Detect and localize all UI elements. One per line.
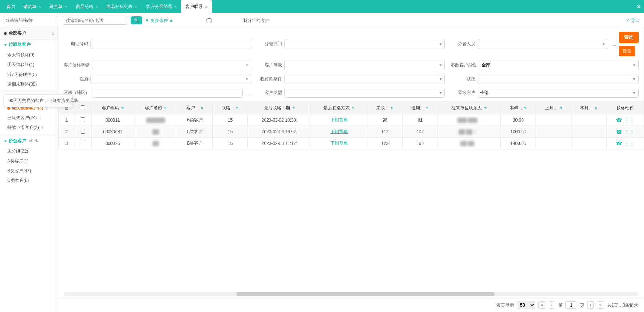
export-button[interactable]: ↗ 导出 [626, 17, 640, 24]
tab-customer-contact[interactable]: 客户联系 × [181, 0, 212, 13]
next-page-button[interactable]: › [587, 301, 594, 309]
last-page-button[interactable]: » [597, 301, 604, 309]
tab-home[interactable]: 首页 [3, 0, 19, 13]
per-page-select[interactable]: 50 100 200 [517, 301, 535, 309]
filter-select-customer-type[interactable]: ▼ [284, 88, 445, 98]
cell-last-method-1[interactable]: 下销货单 [311, 126, 367, 138]
filter-label-retail-attr: 零散客户属性 [451, 62, 477, 68]
sidebar-section-pending[interactable]: ▼ 待联络客户 [0, 40, 58, 50]
table-header-this-year[interactable]: 本年... ⇅ [500, 102, 536, 114]
cell-checkbox-2[interactable] [75, 138, 91, 149]
row-checkbox-2[interactable] [81, 141, 85, 145]
sidebar-item-classC[interactable]: C类客户(6) [0, 176, 58, 186]
more-conditions-button[interactable]: ▼ 更多条件 ▲ [145, 17, 173, 24]
action-contact-icon-0[interactable]: ☎ [616, 117, 622, 123]
sidebar-item-today[interactable]: 今天待联络(0) [0, 50, 58, 60]
sidebar-item-classB[interactable]: B类客户(33) [0, 166, 58, 176]
horizontal-scrollbar[interactable] [64, 292, 638, 296]
table-header-last-contact-method[interactable]: 最后联络方式 ⇅ [311, 102, 367, 114]
table-header-overdue-days[interactable]: 逾期... ⇅ [402, 102, 438, 114]
action-menu-icon-2[interactable]: ⋮⋮ [624, 141, 635, 146]
table-header-contact-count-label: 联络... [222, 105, 234, 110]
tab-purchase[interactable]: 进货单 × [45, 0, 71, 13]
sort-arrow-code: ⇅ [121, 106, 124, 110]
filter-select-customer-tier[interactable]: ▼ [284, 60, 445, 70]
settings-button[interactable]: 设置 [619, 46, 635, 56]
table-header-name[interactable]: 客户名称 ⇅ [134, 102, 177, 114]
filter-dots-person[interactable]: … [612, 41, 617, 47]
cell-checkbox-0[interactable] [75, 114, 91, 126]
action-menu-icon-1[interactable]: ⋮⋮ [624, 129, 635, 135]
my-customers-checkbox-label[interactable]: 我分管的客户 [176, 17, 269, 24]
sidebar-collapse-icon[interactable]: « [51, 31, 54, 36]
tab-goods-analysis-list-close[interactable]: × [135, 4, 137, 9]
sidebar-search-input[interactable] [3, 16, 58, 24]
filter-select-retail-attr[interactable]: 全部 ▼ [479, 60, 639, 70]
table-header-contacts[interactable]: 往来单位联系人 ⇅ [438, 102, 501, 114]
table-header-last-contact-date[interactable]: 最后联络日期 ⇅ [248, 102, 311, 114]
my-customers-checkbox[interactable] [176, 18, 242, 23]
tab-purchase-close[interactable]: × [65, 4, 67, 9]
tab-sales[interactable]: 销货单 × [19, 0, 45, 13]
horizontal-scrollbar-thumb[interactable] [236, 292, 495, 296]
sidebar-item-7days[interactable]: 近7天待联络(0) [0, 70, 58, 80]
sidebar-item-tomorrow[interactable]: 明天待联络(1) [0, 60, 58, 70]
tab-customer-tier-label: 客户分层经营 [146, 4, 172, 10]
filter-input-region[interactable] [92, 88, 243, 98]
filter-select-price-tier[interactable]: ▼ [92, 60, 251, 70]
tab-sales-close[interactable]: × [39, 4, 41, 9]
sidebar-all-customers[interactable]: ⊞ 全部客户 « [0, 27, 58, 40]
refresh-icon[interactable]: ↺ [29, 139, 33, 144]
sidebar-section-value[interactable]: ▼ 价值客户 ↺ ✎ [0, 136, 58, 146]
tab-customer-contact-close[interactable]: × [205, 4, 207, 9]
action-menu-icon-0[interactable]: ⋮⋮ [624, 117, 635, 123]
tab-goods-analysis[interactable]: 商品分析 × [72, 0, 102, 13]
filter-select-person[interactable]: ▼ [478, 39, 608, 49]
prev-page-button[interactable]: ‹ [549, 301, 555, 309]
sidebar-item-overdue[interactable]: 逾期未联络(30) [0, 80, 58, 89]
table-header-type[interactable]: 客户... ⇅ [177, 102, 213, 114]
sidebar-item-classA[interactable]: A类客户(1) [0, 156, 58, 166]
cell-last-method-2[interactable]: 下销货单 [311, 138, 367, 149]
first-page-button[interactable]: « [538, 301, 546, 309]
tab-goods-analysis-list[interactable]: 商品分析列表 × [102, 0, 141, 13]
sidebar-item-churned[interactable]: 已流失客户(24) ℹ [0, 113, 58, 123]
tab-customer-tier-close[interactable]: × [174, 4, 177, 9]
row-checkbox-0[interactable] [81, 117, 85, 122]
filter-input-phone[interactable] [90, 39, 251, 49]
edit-icon[interactable]: ✎ [35, 139, 39, 144]
sidebar-item-declining[interactable]: 持续下滑客户(2) ℹ [0, 123, 58, 133]
query-button[interactable]: 查询 [619, 32, 639, 43]
close-all-button[interactable]: ✕ [636, 3, 641, 10]
chevron-down-dept-icon: ▼ [439, 42, 442, 46]
row-checkbox-1[interactable] [81, 129, 85, 134]
action-contact-icon-1[interactable]: ☎ [616, 129, 622, 135]
tab-goods-analysis-close[interactable]: × [96, 4, 98, 9]
filter-dots-region[interactable]: … [246, 90, 251, 96]
filter-select-retail-customer[interactable]: 全部 ▼ [478, 88, 639, 98]
table-row: 1 000011 ██████ B类客户 15 2023-03-02 10:30… [59, 114, 644, 126]
filter-select-payment[interactable]: ▼ [284, 74, 445, 84]
cell-index-2: 3 [59, 138, 75, 149]
filter-select-nature[interactable]: ▼ [90, 74, 251, 84]
filter-select-dept[interactable]: ▼ [284, 39, 445, 49]
action-icons-0: ☎ ⋮⋮ [609, 117, 641, 123]
table-header-this-month[interactable]: 本月... ⇅ [571, 102, 607, 114]
churn-tooltip-text: 90天无交易的客户，可能有流失风险。 [8, 98, 58, 103]
table-header-code[interactable]: 客户编码 ⇅ [91, 102, 134, 114]
cell-checkbox-1[interactable] [75, 126, 91, 138]
search-button[interactable]: 🔍 [131, 16, 142, 24]
table-header-contact-count[interactable]: 联络... ⇅ [213, 102, 248, 114]
table-header-uncontacted-days[interactable]: 未联... ⇅ [367, 102, 402, 114]
cell-last-method-0[interactable]: 下销货单 [311, 114, 367, 126]
grid-icon: ⊞ [4, 31, 7, 36]
action-contact-icon-2[interactable]: ☎ [616, 141, 622, 146]
cell-overdue-0: 81 [402, 114, 438, 126]
select-all-checkbox[interactable] [81, 105, 85, 110]
page-number-input[interactable] [565, 301, 577, 309]
search-input[interactable] [63, 16, 128, 25]
table-header-last-month[interactable]: 上月... ⇅ [536, 102, 571, 114]
filter-select-status[interactable]: ▼ [478, 74, 639, 84]
tab-customer-tier[interactable]: 客户分层经营 × [142, 0, 181, 13]
sidebar-item-ungrouped[interactable]: 未分组(32) [0, 146, 58, 156]
